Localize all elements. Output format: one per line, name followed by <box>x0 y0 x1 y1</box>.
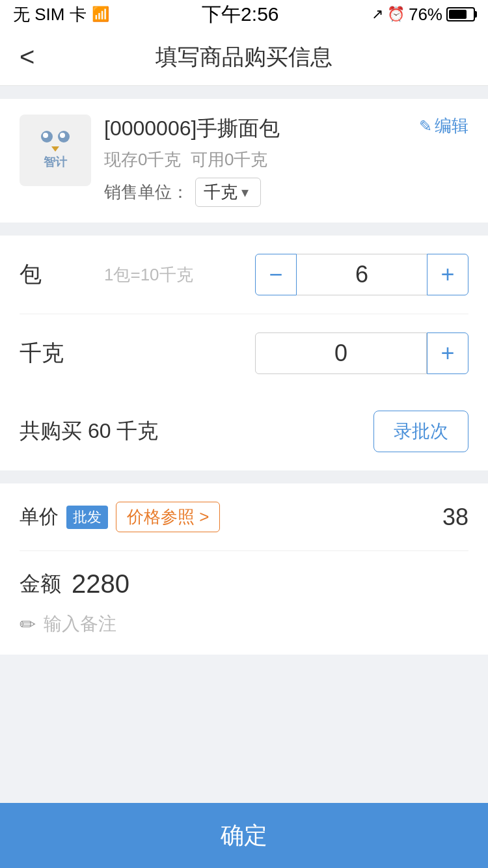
summary-text: 共购买 60 千克 <box>20 417 158 446</box>
kg-label: 千克 <box>20 338 98 368</box>
back-button[interactable]: < <box>20 42 34 72</box>
input-section: 包 1包=10千克 − + 千克 + <box>0 236 488 392</box>
bao-label: 包 <box>20 260 98 290</box>
kg-stepper: + <box>255 332 468 374</box>
product-unit-row: 销售单位： 千克 <box>104 178 406 207</box>
status-left: 无 SIM 卡 📶 <box>13 3 109 26</box>
amount-section: 金额 2280 ✏ 输入备注 <box>0 551 488 655</box>
page-title: 填写商品购买信息 <box>156 42 332 72</box>
sim-label: 无 SIM 卡 <box>13 3 87 26</box>
divider-2 <box>0 223 488 236</box>
status-right: ↗ ⏰ 76% <box>372 5 475 25</box>
product-thumbnail: 智计 <box>20 115 91 186</box>
amount-label: 金额 <box>20 570 61 599</box>
bao-input-row: 包 1包=10千克 − + <box>20 236 468 314</box>
confirm-button[interactable]: 确定 <box>0 803 488 868</box>
price-ref-label: 价格参照 > <box>127 506 209 528</box>
owl-eyes <box>41 131 70 142</box>
unit-dropdown[interactable]: 千克 <box>195 178 261 207</box>
note-placeholder: 输入备注 <box>44 612 116 636</box>
battery-percent: 76% <box>409 5 442 25</box>
edit-button[interactable]: ✎ 编辑 <box>419 115 468 137</box>
bao-hint: 1包=10千克 <box>104 264 255 286</box>
price-ref-button[interactable]: 价格参照 > <box>116 502 220 532</box>
battery-icon <box>446 7 475 21</box>
owl-eye-left <box>41 131 53 142</box>
price-section: 单价 批发 价格参照 > 38 <box>0 483 488 551</box>
price-value: 38 <box>442 504 468 531</box>
kg-input-row: 千克 + <box>20 314 468 392</box>
kg-input[interactable] <box>255 332 427 374</box>
status-bar: 无 SIM 卡 📶 下午2:56 ↗ ⏰ 76% <box>0 0 488 29</box>
product-stock: 现存0千克 可用0千克 <box>104 148 406 171</box>
unit-label: 销售单位： <box>104 181 189 204</box>
status-time: 下午2:56 <box>202 1 278 28</box>
price-tag: 批发 <box>66 506 108 529</box>
divider-1 <box>0 86 488 99</box>
owl-eye-right <box>58 131 70 142</box>
bao-input[interactable] <box>297 254 427 295</box>
owl-text: 智计 <box>44 154 67 170</box>
product-name: [0000006]手撕面包 <box>104 115 406 143</box>
bao-increment-button[interactable]: + <box>427 254 468 295</box>
batch-button[interactable]: 录批次 <box>373 411 468 452</box>
divider-3 <box>0 470 488 483</box>
product-info: [0000006]手撕面包 现存0千克 可用0千克 销售单位： 千克 <box>104 115 406 207</box>
price-label: 单价 <box>20 504 59 530</box>
bao-decrement-button[interactable]: − <box>255 254 297 295</box>
amount-value: 2280 <box>72 569 129 599</box>
owl-beak <box>51 146 59 152</box>
amount-row: 金额 2280 <box>20 569 468 599</box>
note-row[interactable]: ✏ 输入备注 <box>20 612 468 636</box>
product-section: 智计 [0000006]手撕面包 现存0千克 可用0千克 销售单位： 千克 ✎ … <box>0 99 488 223</box>
alarm-icon: ⏰ <box>387 6 405 23</box>
pencil-icon: ✏ <box>20 613 36 636</box>
edit-icon: ✎ <box>419 117 432 135</box>
gray-area <box>0 655 488 803</box>
wifi-icon: 📶 <box>92 6 109 23</box>
bao-stepper: − + <box>255 254 468 295</box>
kg-increment-button[interactable]: + <box>427 332 468 374</box>
summary-section: 共购买 60 千克 录批次 <box>0 392 488 470</box>
location-icon: ↗ <box>372 6 383 23</box>
price-row: 单价 批发 价格参照 > 38 <box>20 502 468 551</box>
nav-bar: < 填写商品购买信息 <box>0 29 488 86</box>
